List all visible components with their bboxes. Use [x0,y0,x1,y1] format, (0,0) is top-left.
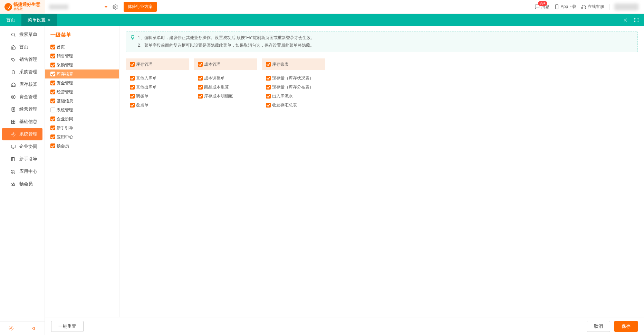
sidebar-item-9[interactable]: 企业协同 [2,140,42,153]
cancel-button[interactable]: 取消 [587,321,610,332]
sidebar-item-label: 系统管理 [19,131,37,137]
messages-badge: 99+ [538,1,547,6]
menu-group-item[interactable]: 收发存汇总表 [266,101,321,110]
menu-group-item[interactable]: 成本调整单 [198,74,253,83]
grid-icon [10,119,16,124]
menu-group-item[interactable]: 调拨单 [130,92,185,101]
checkbox-icon[interactable] [266,62,271,67]
menu-group-item[interactable]: 出入库流水 [266,92,321,101]
checkbox-icon[interactable] [198,85,203,90]
checkbox-icon[interactable] [50,90,55,94]
checkbox-icon[interactable] [50,134,55,139]
sidebar-collapse-icon[interactable] [31,326,36,331]
menu-group-item[interactable]: 其他入库单 [130,74,185,83]
sidebar-item-1[interactable]: 首页 [2,41,42,53]
sidebar-item-3[interactable]: 采购管理 [2,66,42,78]
checkbox-icon[interactable] [50,99,55,103]
level1-item-3[interactable]: 库存核算 [45,69,119,78]
sidebar-item-0[interactable]: 搜索菜单 [2,28,42,41]
sidebar-item-2[interactable]: 销售管理 [2,53,42,66]
sidebar-item-12[interactable]: 畅会员 [2,178,42,190]
service-label: 在线客服 [588,4,604,10]
doc-icon [10,106,16,112]
sidebar-item-8[interactable]: 系统管理 [2,128,42,140]
settings-icon[interactable] [113,4,118,10]
menu-group-header[interactable]: 成本管理 [194,58,257,70]
sidebar-item-label: 新手引导 [19,156,37,162]
menu-group-item[interactable]: 其他出库单 [130,83,185,92]
checkbox-icon[interactable] [130,94,135,99]
sidebar-settings-icon[interactable] [9,326,14,331]
checkbox-icon[interactable] [50,81,55,85]
checkbox-icon[interactable] [50,54,55,58]
level1-item-1[interactable]: 销售管理 [45,52,119,61]
checkbox-icon[interactable] [50,125,55,130]
checkbox-icon[interactable] [198,94,203,99]
checkbox-icon[interactable] [50,63,55,67]
checkbox-icon[interactable] [266,103,271,108]
user-avatar[interactable] [614,3,638,10]
sidebar-item-label: 经营管理 [19,106,37,112]
sidebar-item-4[interactable]: 库存核算 [2,78,42,91]
checkbox-icon[interactable] [50,45,55,49]
messages-link[interactable]: 99+ 消息 [535,4,549,10]
checkbox-icon[interactable] [198,62,203,67]
svg-rect-3 [581,7,583,9]
checkbox-icon[interactable] [130,103,135,108]
checkbox-icon[interactable] [266,94,271,99]
level1-item-0[interactable]: 首页 [45,43,119,52]
checkbox-icon[interactable] [198,76,203,81]
menu-group-item[interactable]: 商品成本重算 [198,83,253,92]
checkbox-icon[interactable] [50,72,55,76]
checkbox-icon[interactable] [130,76,135,81]
level1-item-2[interactable]: 采购管理 [45,61,119,69]
sidebar-item-7[interactable]: 基础信息 [2,115,42,128]
tab-close-all-button[interactable] [621,16,629,24]
level1-item-9[interactable]: 新手引导 [45,123,119,132]
menu-group-item[interactable]: 现存量（库存状况表） [266,74,321,83]
reset-button[interactable]: 一键重置 [51,321,84,332]
sidebar-item-10[interactable]: 新手引导 [2,153,42,165]
checkbox-icon[interactable] [50,143,55,148]
level1-item-7[interactable]: 系统管理 [45,105,119,114]
download-label: App下载 [561,4,576,10]
brand-logo[interactable]: 畅捷通好生意 精品版 [0,0,45,13]
tab-menu-settings[interactable]: 菜单设置 ✕ [21,14,57,26]
svg-rect-17 [11,122,13,123]
level1-item-10[interactable]: 应用中心 [45,132,119,141]
tab-home[interactable]: 首页 [0,14,21,26]
org-selector[interactable] [49,4,108,9]
menu-group-item[interactable]: 盘点单 [130,101,185,110]
svg-point-19 [12,133,14,135]
save-button[interactable]: 保存 [614,321,638,332]
menu-group-0: 库存管理其他入库单其他出库单调拨单盘点单 [126,58,189,113]
checkbox-icon[interactable] [130,85,135,90]
checkbox-icon[interactable] [50,108,55,112]
sidebar-item-6[interactable]: 经营管理 [2,103,42,115]
svg-point-9 [12,58,12,59]
sidebar-item-11[interactable]: 应用中心 [2,165,42,178]
checkbox-icon[interactable] [130,62,135,67]
level1-item-4[interactable]: 资金管理 [45,78,119,87]
level1-item-11[interactable]: 畅会员 [45,141,119,150]
fullscreen-button[interactable] [632,16,641,24]
level1-item-5[interactable]: 经营管理 [45,87,119,96]
service-link[interactable]: 在线客服 [581,4,604,10]
sidebar-item-label: 搜索菜单 [19,31,37,38]
menu-group-item[interactable]: 库存成本明细账 [198,92,253,101]
headset-icon [581,4,586,9]
level1-item-8[interactable]: 企业协同 [45,114,119,123]
level1-item-6[interactable]: 基础信息 [45,96,119,105]
download-link[interactable]: App下载 [554,4,576,10]
menu-group-item[interactable]: 现存量（库存分布表） [266,83,321,92]
menu-group-header[interactable]: 库存账表 [262,58,325,70]
sidebar-item-5[interactable]: 资金管理 [2,91,42,103]
industry-plan-button[interactable]: 体验行业方案 [124,2,157,12]
close-icon[interactable]: ✕ [48,18,51,22]
checkbox-icon[interactable] [266,76,271,81]
checkbox-icon[interactable] [266,85,271,90]
org-name-blurred [49,4,68,9]
menu-group-header[interactable]: 库存管理 [126,58,189,70]
checkbox-icon[interactable] [50,117,55,121]
menu-group-item-label: 收发存汇总表 [272,102,297,108]
